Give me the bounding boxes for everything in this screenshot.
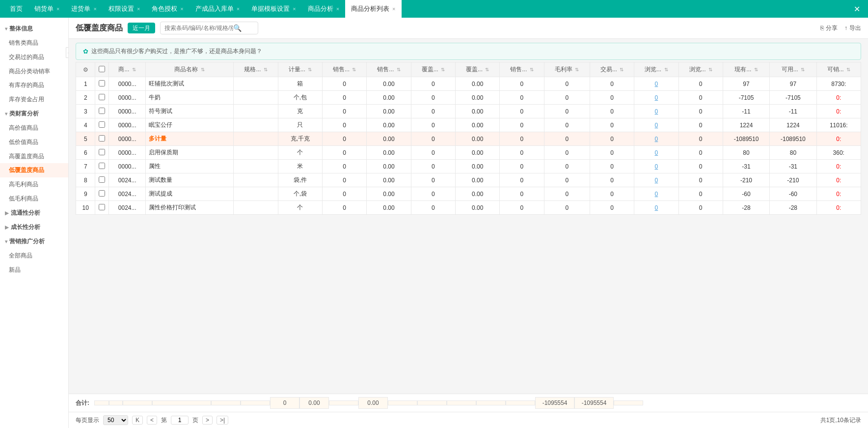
cell-browse1[interactable]: 0: [634, 146, 678, 160]
cell-sales-cnt: 0: [500, 77, 544, 91]
cell-browse1[interactable]: 0: [634, 118, 678, 132]
nav-close-template[interactable]: ×: [293, 0, 296, 18]
sidebar-item-sales-goods[interactable]: 销售类商品: [0, 36, 68, 50]
time-filter-button[interactable]: 近一月: [128, 23, 155, 33]
cell-checkbox[interactable]: [95, 201, 109, 215]
nav-close-role-auth[interactable]: ×: [180, 0, 183, 18]
nav-role-auth[interactable]: 角色授权 ×: [146, 0, 189, 18]
sidebar-item-low-coverage[interactable]: 低覆盖度商品: [0, 163, 68, 177]
search-input[interactable]: [164, 25, 233, 31]
nav-close-sales[interactable]: ×: [56, 0, 59, 18]
row-checkbox-0[interactable]: [99, 80, 105, 86]
th-gross-rate[interactable]: 毛利率 ⇅: [544, 62, 590, 77]
select-all-checkbox[interactable]: [99, 66, 105, 72]
sidebar-item-stock-capital[interactable]: 库存资金占用: [0, 92, 68, 107]
sidebar-item-all-goods[interactable]: 全部商品: [0, 249, 68, 263]
sidebar-item-stock-goods[interactable]: 有库存的商品: [0, 78, 68, 92]
nav-purchase[interactable]: 进货单 ×: [65, 0, 102, 18]
prev-page-button[interactable]: <: [147, 416, 157, 425]
row-checkbox-4[interactable]: [99, 135, 105, 142]
nav-analysis-list[interactable]: 商品分析列表 ×: [345, 0, 401, 18]
nav-close-analysis[interactable]: ×: [336, 0, 339, 18]
cell-checkbox[interactable]: [95, 160, 109, 173]
sidebar-group-overall-title[interactable]: ▾ 整体信息: [0, 22, 68, 36]
cell-sales-cnt: 0: [500, 201, 544, 215]
row-checkbox-3[interactable]: [99, 121, 105, 128]
th-salable[interactable]: 可销... ⇅: [816, 62, 861, 77]
cell-browse1[interactable]: 0: [634, 187, 678, 201]
th-trade[interactable]: 交易... ⇅: [590, 62, 634, 77]
nav-close-permissions[interactable]: ×: [137, 0, 140, 18]
nav-close-purchase[interactable]: ×: [93, 0, 96, 18]
row-checkbox-5[interactable]: [99, 149, 105, 155]
row-checkbox-2[interactable]: [99, 108, 105, 114]
cell-checkbox[interactable]: [95, 118, 109, 132]
last-page-button[interactable]: >|: [217, 416, 228, 425]
th-browse1[interactable]: 浏览... ⇅: [634, 62, 678, 77]
th-code[interactable]: 商... ⇅: [109, 62, 145, 77]
th-current-stock[interactable]: 现有... ⇅: [723, 62, 769, 77]
sidebar-group-wealth-title[interactable]: ▾ 类财富分析: [0, 107, 68, 121]
next-page-button[interactable]: >: [202, 416, 213, 425]
window-close-button[interactable]: ✕: [850, 4, 864, 14]
cell-checkbox[interactable]: [95, 146, 109, 160]
table-container[interactable]: ⚙ 商... ⇅ 商品名称 ⇅ 规格... ⇅ 计量... ⇅ 销售... ⇅ …: [76, 62, 861, 394]
first-page-button[interactable]: K: [132, 416, 143, 425]
cell-checkbox[interactable]: [95, 173, 109, 187]
nav-sales[interactable]: 销货单 ×: [28, 0, 65, 18]
cell-browse1[interactable]: 0: [634, 105, 678, 118]
cell-checkbox[interactable]: [95, 77, 109, 91]
sidebar-item-high-profit[interactable]: 高毛利商品: [0, 177, 68, 192]
row-checkbox-6[interactable]: [99, 163, 105, 169]
th-settings[interactable]: ⚙: [76, 62, 95, 77]
th-cover1[interactable]: 覆盖... ⇅: [411, 62, 455, 77]
nav-production[interactable]: 产成品入库单 ×: [190, 0, 245, 18]
sidebar-item-low-profit[interactable]: 低毛利商品: [0, 192, 68, 206]
search-icon[interactable]: 🔍: [233, 24, 242, 32]
sidebar-item-traded-goods[interactable]: 交易过的商品: [0, 50, 68, 64]
nav-close-analysis-list[interactable]: ×: [392, 0, 395, 18]
row-checkbox-8[interactable]: [99, 190, 105, 197]
nav-analysis[interactable]: 商品分析 ×: [302, 0, 345, 18]
sidebar-item-low-value[interactable]: 低价值商品: [0, 135, 68, 149]
sidebar-item-new-goods[interactable]: 新品: [0, 263, 68, 277]
cell-browse1[interactable]: 0: [634, 173, 678, 187]
cell-browse1[interactable]: 0: [634, 201, 678, 215]
row-checkbox-7[interactable]: [99, 176, 105, 183]
th-name[interactable]: 商品名称 ⇅: [145, 62, 234, 77]
cell-browse1[interactable]: 0: [634, 91, 678, 105]
nav-template[interactable]: 单据模板设置 ×: [245, 0, 301, 18]
share-button[interactable]: ⎘ 分享: [820, 24, 838, 32]
th-cover2[interactable]: 覆盖... ⇅: [455, 62, 499, 77]
cell-checkbox[interactable]: [95, 105, 109, 118]
th-sales-amt[interactable]: 销售... ⇅: [367, 62, 411, 77]
sidebar-collapse-button[interactable]: «: [66, 47, 69, 58]
cell-browse1[interactable]: 0: [634, 132, 678, 146]
cell-browse1[interactable]: 0: [634, 160, 678, 173]
th-available[interactable]: 可用... ⇅: [770, 62, 816, 77]
row-checkbox-9[interactable]: [99, 204, 105, 210]
th-checkbox[interactable]: [95, 62, 109, 77]
th-sales-cnt[interactable]: 销售... ⇅: [500, 62, 544, 77]
sidebar-group-marketing-title[interactable]: ▾ 营销推广分析: [0, 234, 68, 249]
cell-checkbox[interactable]: [95, 91, 109, 105]
cell-checkbox[interactable]: [95, 187, 109, 201]
sidebar-item-high-coverage[interactable]: 高覆盖度商品: [0, 149, 68, 164]
page-size-select[interactable]: 50 100 200: [103, 415, 128, 425]
sidebar-item-category-rate[interactable]: 商品分类动销率: [0, 64, 68, 79]
cell-browse1[interactable]: 0: [634, 77, 678, 91]
sidebar-group-liquidity-title[interactable]: ▶ 流通性分析: [0, 206, 68, 220]
nav-permissions[interactable]: 权限设置 ×: [103, 0, 146, 18]
row-checkbox-1[interactable]: [99, 94, 105, 100]
th-spec[interactable]: 规格... ⇅: [234, 62, 278, 77]
page-input[interactable]: [171, 416, 189, 425]
nav-home[interactable]: 首页: [4, 0, 28, 18]
sidebar-item-high-value[interactable]: 高价值商品: [0, 121, 68, 135]
th-unit[interactable]: 计量... ⇅: [278, 62, 322, 77]
export-button[interactable]: ↑ 导出: [844, 24, 861, 32]
sidebar-group-growth-title[interactable]: ▶ 成长性分析: [0, 220, 68, 234]
th-sales-qty[interactable]: 销售... ⇅: [323, 62, 367, 77]
nav-close-production[interactable]: ×: [237, 0, 240, 18]
th-browse2[interactable]: 浏览... ⇅: [678, 62, 723, 77]
cell-checkbox[interactable]: [95, 132, 109, 146]
